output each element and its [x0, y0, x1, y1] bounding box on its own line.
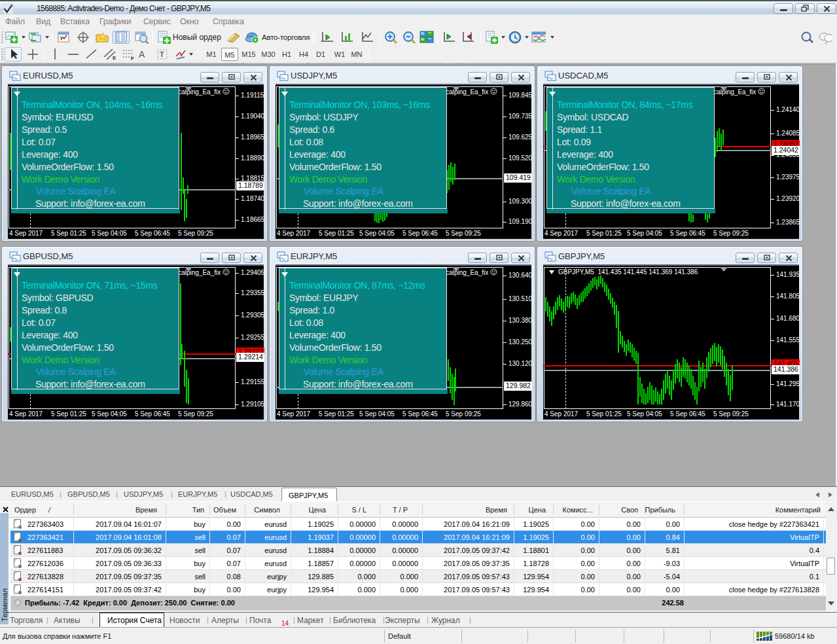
svg-text:F: F [131, 56, 134, 61]
svg-text:E: E [113, 55, 116, 61]
svg-text:T: T [160, 50, 164, 58]
